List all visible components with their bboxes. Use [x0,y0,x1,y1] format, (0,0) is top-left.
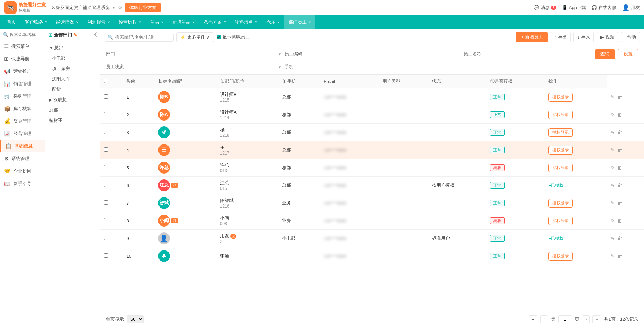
app-download-btn[interactable]: 📱 App下载 [562,5,586,11]
sidebar-item-销售管理[interactable]: 📊销售管理 [0,78,45,90]
row-checkbox-0[interactable] [104,94,108,99]
sort-icon-3[interactable]: ⇅ [220,79,224,84]
sidebar-item-经营管理[interactable]: 📈经营管理 [0,127,45,140]
dept-item-7[interactable]: 植树王二 [45,115,100,126]
edit-icon-7[interactable]: ✎ [610,218,615,223]
first-page-btn[interactable]: « [529,315,537,323]
row-checkbox-6[interactable] [104,200,108,205]
sidebar-search-input[interactable] [10,32,42,37]
more-filter-btn[interactable]: ⚡ 更多条件 ∧ [176,32,214,42]
sidebar-item-采购管理[interactable]: 🛒采购管理 [0,90,45,103]
nav-tab-close-物料清单[interactable]: × [255,15,257,29]
auth-btn-3[interactable]: 授权登录 [548,146,573,155]
prev-page-btn[interactable]: ‹ [540,315,548,323]
help-btn[interactable]: | 帮助 [621,32,640,42]
next-page-btn[interactable]: › [582,315,590,323]
msg-btn[interactable]: 💬 消息 5 [534,5,556,11]
nav-tab-仓库[interactable]: 仓库× [262,15,284,29]
filter-empcode-input[interactable] [305,50,460,58]
show-resigned-checkbox[interactable] [217,35,221,39]
nav-tab-利润报告[interactable]: 利润报告× [83,15,114,29]
auth-btn-4[interactable]: 授权登录 [548,164,573,172]
dept-item-2[interactable]: 项目库房 [45,63,100,74]
edit-icon-2[interactable]: ✎ [610,130,615,135]
auth-btn-2[interactable]: 授权登录 [548,128,573,137]
delete-icon-2[interactable]: 🗑 [617,130,622,135]
delete-icon-1[interactable]: 🗑 [617,112,622,117]
auth-btn-9[interactable]: 授权登录 [548,252,573,261]
auth-btn-6[interactable]: 授权登录 [548,199,573,208]
query-btn[interactable]: 查询 [595,49,615,59]
nav-tab-经营历程[interactable]: 经营历程× [115,15,145,29]
row-checkbox-3[interactable] [104,147,108,152]
sidebar-item-资金管理[interactable]: 💰资金管理 [0,115,45,127]
auth-btn-1[interactable]: 授权登录 [548,111,573,119]
nav-tab-close-新增商品[interactable]: × [192,15,194,29]
nav-tab-部门员工[interactable]: 部门员工× [284,15,315,29]
delete-icon-3[interactable]: 🗑 [617,147,622,153]
nav-tab-close-经营历程[interactable]: × [139,15,141,29]
select-all-checkbox[interactable] [104,79,108,83]
filter-empstatus-select[interactable] [127,63,276,71]
nav-tab-close-利润报告[interactable]: × [108,15,110,29]
row-checkbox-7[interactable] [104,218,108,222]
service-btn[interactable]: 🎧 在线客服 [591,5,616,11]
nav-tab-close-客户联络[interactable]: × [45,15,47,29]
dept-item-4[interactable]: 配货 [45,84,100,95]
sidebar-item-系统管理[interactable]: ⚙系统管理 [0,152,45,165]
filter-dept-select[interactable] [118,50,276,58]
edit-icon-8[interactable]: ✎ [610,236,615,241]
trial-btn[interactable]: 体验行业方案 [125,3,161,12]
row-checkbox-1[interactable] [104,112,108,116]
edit-icon-5[interactable]: ✎ [610,183,615,188]
auth-btn-0[interactable]: 授权登录 [548,93,573,102]
sort-icon-2[interactable]: ⇅ [158,79,162,84]
per-page-select[interactable]: 50 [127,315,144,323]
edit-icon-3[interactable]: ✎ [610,147,615,153]
row-checkbox-4[interactable] [104,165,108,169]
dept-item-0[interactable]: ▼总部 [45,43,100,53]
delete-icon-6[interactable]: 🗑 [617,200,622,206]
nav-tab-物料清单[interactable]: 物料清单× [231,15,261,29]
delete-icon-0[interactable]: 🗑 [617,94,622,100]
sidebar-search[interactable]: 🔍 [0,29,45,40]
row-checkbox-8[interactable] [104,236,108,240]
delete-icon-9[interactable]: 🗑 [617,253,622,259]
sidebar-item-企业协同[interactable]: 🤝企业协同 [0,165,45,177]
edit-icon-0[interactable]: ✎ [610,94,615,100]
import-btn[interactable]: ↓ 导入 [573,32,594,42]
filter-phone-input[interactable] [296,63,460,71]
row-checkbox-9[interactable] [104,253,108,258]
row-checkbox-5[interactable] [104,183,108,187]
nav-tab-客户联络[interactable]: 客户联络× [21,15,51,29]
edit-icon-4[interactable]: ✎ [610,165,615,170]
employee-search-wrap[interactable]: 🔍 [105,33,174,42]
employee-search-input[interactable] [115,35,171,40]
delete-icon-7[interactable]: 🗑 [617,218,622,223]
dept-item-3[interactable]: 沈阳大库 [45,74,100,84]
sidebar-item-库存核算[interactable]: 📦库存核算 [0,103,45,115]
export-btn[interactable]: ↑ 导出 [551,32,571,42]
delete-icon-4[interactable]: 🗑 [617,165,622,170]
nav-tab-条码方案[interactable]: 条码方案× [200,15,230,29]
nav-tab-close-条码方案[interactable]: × [224,15,226,29]
view-btn[interactable]: ▶ 视频 [597,32,618,42]
show-resigned-wrap[interactable]: 显示离职员工 [217,34,250,40]
delete-icon-5[interactable]: 🗑 [617,183,622,188]
nav-tab-商品[interactable]: 商品× [146,15,167,29]
edit-icon-1[interactable]: ✎ [610,112,615,117]
nav-tab-close-部门员工[interactable]: × [309,15,311,29]
sidebar-item-搜索菜单[interactable]: ☰搜索菜单 [0,40,45,53]
last-page-btn[interactable]: » [592,315,601,323]
delete-icon-8[interactable]: 🗑 [617,236,622,241]
edit-icon-9[interactable]: ✎ [610,253,615,259]
gear-icon[interactable]: ⚙ [118,4,123,11]
dept-item-5[interactable]: ▶双鹿想 [45,95,100,105]
edit-icon-6[interactable]: ✎ [610,200,615,206]
nav-tab-首页[interactable]: 首页 [3,15,20,29]
dept-edit-icon[interactable]: ✎ [73,32,78,38]
sidebar-item-基础信息[interactable]: 📋基础信息 [0,140,45,152]
page-number-input[interactable] [558,315,572,323]
nav-tab-经营情况[interactable]: 经营情况× [52,15,82,29]
dept-collapse-icon[interactable]: 《 [92,32,97,38]
